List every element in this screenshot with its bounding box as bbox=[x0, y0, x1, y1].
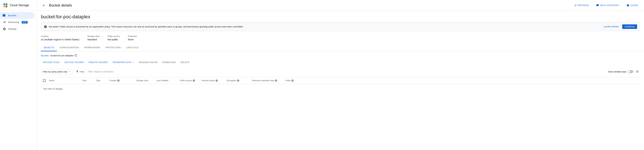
th-size-label: Size bbox=[82, 79, 86, 82]
banner-message: Public access is prevented by an organiz… bbox=[59, 25, 244, 28]
learn-label: LEARN bbox=[630, 4, 638, 7]
th-created: Created ? bbox=[108, 79, 135, 82]
info-banner: Not public: Public access is prevented b… bbox=[41, 22, 640, 31]
th-name-label: Name bbox=[49, 79, 54, 82]
objects-table: Name Size Type Created ? Storage class bbox=[41, 77, 640, 94]
info-icon bbox=[44, 25, 47, 28]
help-assistant-label: HELP ASSISTANT bbox=[600, 4, 619, 7]
refresh-label: REFRESH bbox=[578, 4, 589, 7]
filter-input[interactable] bbox=[88, 69, 607, 74]
sidebar-item-settings-label: Settings bbox=[8, 28, 16, 30]
banner-actions: LEARN MORE DISMISS bbox=[602, 24, 637, 29]
transfer-data-button[interactable]: TRANSFER DATA bbox=[110, 59, 136, 65]
download-button[interactable]: DOWNLOAD bbox=[160, 60, 178, 65]
meta-storage-class-value: Standard bbox=[88, 38, 100, 41]
filter-prefix-selector[interactable]: Filter by name prefix only bbox=[41, 69, 72, 74]
filter-label: Filter bbox=[80, 70, 84, 73]
show-deleted-toggle[interactable] bbox=[628, 70, 633, 73]
topbar: Bucket details REFRESH HELP ASSISTANT LE… bbox=[37, 0, 644, 11]
sidebar-item-monitoring-label: Monitoring bbox=[8, 21, 19, 24]
show-deleted-section: Show deleted data bbox=[608, 70, 633, 73]
tab-objects[interactable]: OBJECTS bbox=[41, 44, 57, 51]
th-size: Size bbox=[81, 79, 94, 82]
learn-button[interactable]: LEARN bbox=[624, 3, 640, 8]
th-holds: Holds ? bbox=[284, 79, 301, 82]
filter-button[interactable]: Filter bbox=[74, 69, 86, 74]
monitoring-icon bbox=[3, 21, 6, 24]
th-type-label: Type bbox=[96, 79, 100, 82]
th-version-history: Version history ? bbox=[200, 79, 226, 82]
svg-rect-3 bbox=[6, 6, 7, 7]
upload-files-button[interactable]: UPLOAD FILES bbox=[41, 60, 62, 65]
breadcrumb-separator: › bbox=[49, 54, 50, 57]
table-header: Name Size Type Created ? Storage class bbox=[41, 77, 640, 84]
show-deleted-label: Show deleted data bbox=[608, 70, 626, 73]
tab-bar: OBJECTS CONFIGURATION PERMISSIONS PROTEC… bbox=[37, 44, 644, 51]
density-toggle-button[interactable] bbox=[634, 69, 640, 74]
copy-path-icon[interactable] bbox=[75, 54, 77, 57]
banner-bold: Not public: bbox=[49, 25, 59, 28]
help-assistant-button[interactable]: HELP ASSISTANT bbox=[594, 3, 621, 8]
upload-folder-button[interactable]: UPLOAD FOLDER bbox=[62, 60, 86, 65]
breadcrumb-current: bucket-for-poc-dataplex bbox=[51, 54, 74, 57]
retention-help-icon[interactable]: ? bbox=[275, 79, 277, 82]
sidebar-header: Cloud Storage bbox=[0, 0, 37, 11]
filter-bar: Filter by name prefix only Filter Show d… bbox=[41, 68, 640, 76]
learn-more-button[interactable]: LEARN MORE bbox=[602, 24, 621, 29]
th-created-label: Created bbox=[109, 79, 116, 82]
meta-public-access: Public access Not public bbox=[108, 35, 120, 41]
sidebar-item-buckets[interactable]: Buckets bbox=[0, 12, 35, 19]
public-access-help-icon[interactable]: ? bbox=[193, 79, 195, 82]
sidebar-nav: Buckets Monitoring NEW Settings bbox=[0, 11, 37, 34]
manage-holds-button[interactable]: MANAGE HOLDS bbox=[137, 60, 160, 65]
encryption-help-icon[interactable]: ? bbox=[237, 79, 239, 82]
dismiss-button[interactable]: DISMISS bbox=[622, 24, 637, 29]
meta-location-label: Location bbox=[41, 35, 79, 38]
main-content: Bucket details REFRESH HELP ASSISTANT LE… bbox=[37, 0, 644, 150]
banner-text: Not public: Public access is prevented b… bbox=[49, 25, 600, 28]
th-checkbox bbox=[41, 79, 48, 83]
buckets-icon bbox=[3, 14, 6, 17]
meta-storage-class-label: Storage class bbox=[88, 35, 100, 38]
meta-location-value: us (multiple regions in United States) bbox=[41, 38, 79, 41]
empty-table-message: No rows to display bbox=[41, 84, 640, 94]
th-storage-class: Storage class bbox=[135, 79, 155, 82]
tab-protection[interactable]: PROTECTION bbox=[103, 44, 124, 51]
settings-icon bbox=[3, 27, 6, 31]
version-history-help-icon[interactable]: ? bbox=[216, 79, 218, 82]
monitoring-badge: NEW bbox=[22, 21, 28, 24]
meta-protection: Protection None bbox=[128, 35, 137, 41]
breadcrumb: Buckets › bucket-for-poc-dataplex bbox=[41, 54, 640, 57]
tab-permissions[interactable]: PERMISSIONS bbox=[82, 44, 103, 51]
topbar-actions: REFRESH HELP ASSISTANT LEARN bbox=[572, 3, 640, 8]
th-public-access-label: Public access bbox=[180, 79, 192, 82]
th-encryption-label: Encryption bbox=[227, 79, 236, 82]
tab-configuration[interactable]: CONFIGURATION bbox=[57, 44, 82, 51]
objects-panel: Buckets › bucket-for-poc-dataplex UPLOAD… bbox=[37, 51, 644, 96]
holds-help-icon[interactable]: ? bbox=[291, 79, 294, 82]
select-all-checkbox[interactable] bbox=[43, 79, 46, 82]
actions-bar: UPLOAD FILES UPLOAD FOLDER CREATE FOLDER… bbox=[41, 59, 640, 65]
meta-public-access-label: Public access bbox=[108, 35, 120, 38]
th-retention-expiration: Retention expiration date ? bbox=[250, 79, 284, 82]
refresh-button[interactable]: REFRESH bbox=[572, 3, 591, 8]
meta-public-access-value: Not public bbox=[108, 38, 120, 41]
cloud-storage-logo bbox=[3, 3, 8, 8]
create-folder-button[interactable]: CREATE FOLDER bbox=[86, 60, 110, 65]
th-last-modified: Last modified bbox=[155, 79, 178, 82]
breadcrumb-parent[interactable]: Buckets bbox=[41, 54, 49, 57]
created-help-icon[interactable]: ? bbox=[117, 79, 120, 82]
meta-protection-value: None bbox=[128, 38, 137, 41]
th-encryption: Encryption ? bbox=[226, 79, 250, 82]
th-type: Type bbox=[94, 79, 108, 82]
sidebar-item-monitoring[interactable]: Monitoring NEW bbox=[0, 19, 35, 26]
delete-button[interactable]: DELETE bbox=[178, 60, 192, 65]
th-holds-label: Holds bbox=[286, 79, 291, 82]
th-retention-label: Retention expiration date bbox=[252, 79, 274, 82]
meta-protection-label: Protection bbox=[128, 35, 137, 38]
sidebar-item-settings[interactable]: Settings bbox=[0, 26, 35, 32]
tab-lifecycle[interactable]: LIFECYCLE bbox=[124, 44, 142, 51]
content-area: bucket-for-poc-dataplex Not public: Publ… bbox=[37, 11, 644, 150]
back-button[interactable] bbox=[41, 2, 47, 9]
transfer-data-label: TRANSFER DATA bbox=[112, 61, 131, 63]
